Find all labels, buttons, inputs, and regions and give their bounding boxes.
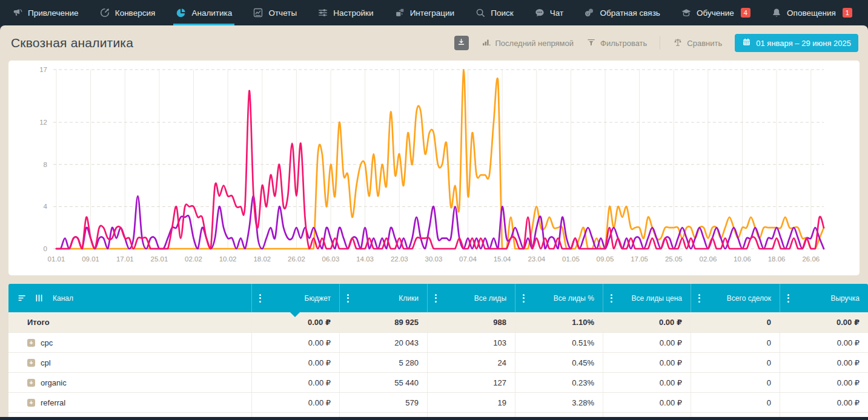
chart-panel: 01.0109.0117.0125.0102.0210.0218.0226.02… [8, 61, 860, 275]
table-row[interactable]: +cpc0.00 ₽20 0431030.51%0.00 ₽00.00 ₽ [8, 332, 868, 352]
page-header: Сквозная аналитика Последний непрямой Фи… [0, 25, 868, 61]
channel-name: Итого [27, 318, 50, 327]
svg-text:17.01: 17.01 [116, 255, 134, 263]
column-menu-icon[interactable] [697, 292, 702, 305]
cell-all_leads_cost: 0.00 ₽ [603, 353, 691, 372]
cell-revenue: 0.00 ₽ [780, 393, 868, 412]
series-purple-line [56, 196, 824, 249]
table-row-total[interactable]: Итого0.00 ₽89 9259881.10%0.00 ₽00.00 ₽ [8, 312, 868, 332]
nav-item-label: Настройки [333, 8, 373, 18]
column-menu-icon[interactable] [786, 292, 791, 305]
column-header-channel[interactable]: Канал [8, 284, 251, 312]
nav-item-label: Обратная связь [600, 8, 660, 18]
svg-text:26.02: 26.02 [288, 255, 305, 263]
attribution-model-label: Последний непрямой [495, 39, 574, 48]
nav-item-label: Чат [550, 8, 563, 18]
svg-text:23.04: 23.04 [528, 255, 545, 263]
nav-item-search[interactable]: Поиск [475, 0, 513, 25]
nav-item-integrations[interactable]: Интеграции [394, 0, 454, 25]
channel-name: organic [41, 378, 67, 387]
compare-button[interactable]: Сравнить [673, 38, 722, 49]
table-row[interactable]: +cpl0.00 ₽5 280240.45%0.00 ₽00.00 ₽ [8, 352, 868, 372]
cell-all_leads: 19 [427, 393, 515, 412]
column-header-budget[interactable]: Бюджет [251, 284, 339, 312]
settings-sliders-icon [317, 7, 328, 18]
toolbar: Последний непрямой Фильтровать Сравнить … [454, 34, 859, 52]
svg-text:01.05: 01.05 [562, 255, 580, 263]
download-icon [457, 38, 466, 48]
column-label: Выручка [830, 294, 860, 303]
channel-cell: +cpl [8, 353, 251, 372]
analytics-pie-icon [176, 7, 187, 18]
column-label: Все лиды [474, 294, 506, 303]
nav-item-education[interactable]: Обучение4 [681, 0, 750, 25]
column-header-all_leads[interactable]: Все лиды [427, 284, 515, 312]
svg-text:14.03: 14.03 [356, 255, 374, 263]
nav-item-feedback[interactable]: Обратная связь [584, 0, 660, 25]
column-menu-icon[interactable] [433, 292, 439, 305]
column-menu-icon[interactable] [345, 292, 351, 305]
nav-item-notifications[interactable]: Оповещения1 [771, 0, 852, 25]
nav-item-settings[interactable]: Настройки [317, 0, 373, 25]
column-header-deals_total[interactable]: Всего сделок [691, 284, 780, 312]
nav-item-label: Привлечение [28, 8, 79, 18]
chat-icon [534, 7, 545, 18]
reports-chart-icon [253, 7, 263, 18]
channels-table: КаналБюджетКликиВсе лидыВсе лиды %Все ли… [8, 284, 868, 420]
expand-plus-icon[interactable]: + [27, 339, 35, 347]
table-row[interactable]: +organic0.00 ₽55 4401270.23%0.00 ₽00.00 … [8, 372, 868, 392]
series-orange-line [56, 70, 824, 249]
cell-budget: 0.00 ₽ [251, 373, 339, 392]
expand-plus-icon[interactable]: + [27, 379, 35, 387]
nav-item-acquisition[interactable]: Привлечение [12, 0, 79, 25]
cell-all_leads_percent: 0.45% [515, 353, 603, 372]
nav-item-analytics[interactable]: Аналитика [176, 0, 232, 25]
analytics-line-chart[interactable]: 01.0109.0117.0125.0102.0210.0218.0226.02… [8, 61, 860, 275]
cell-revenue: 0.00 ₽ [780, 312, 868, 332]
table-filter-icon[interactable] [18, 294, 27, 303]
compare-label: Сравнить [687, 39, 722, 48]
svg-text:06.03: 06.03 [322, 255, 340, 263]
feedback-icon [584, 7, 595, 18]
table-body: Итого0.00 ₽89 9259881.10%0.00 ₽00.00 ₽+c… [8, 312, 868, 420]
cell-all_leads_percent: 0.51% [515, 333, 603, 352]
cell-all_leads_cost: 0.00 ₽ [603, 373, 691, 392]
column-header-clicks[interactable]: Клики [339, 284, 427, 312]
cell-clicks: 5 280 [339, 353, 427, 372]
column-menu-icon[interactable] [521, 292, 526, 305]
search-icon [475, 7, 486, 18]
column-label: Канал [53, 294, 73, 303]
nav-item-conversion[interactable]: Конверсия [99, 0, 155, 25]
app-window: ПривлечениеКонверсияАналитикаОтчетыНастр… [0, 0, 868, 420]
conversion-gauge-icon [99, 7, 110, 18]
column-header-revenue[interactable]: Выручка [780, 284, 868, 312]
filter-button[interactable]: Фильтровать [586, 38, 647, 49]
svg-text:22.03: 22.03 [391, 255, 408, 263]
column-header-all_leads_cost[interactable]: Все лиды цена [603, 284, 691, 312]
cell-all_leads_cost: 0.00 ₽ [603, 333, 691, 352]
cell-all_leads_percent: 1.10% [515, 312, 603, 332]
table-columns-icon[interactable] [35, 294, 44, 303]
series-pink-line [56, 91, 824, 249]
column-menu-icon[interactable] [257, 292, 263, 305]
cell-all_leads: 24 [427, 353, 515, 372]
export-button[interactable] [454, 36, 469, 50]
nav-item-chat[interactable]: Чат [534, 0, 563, 25]
table-row[interactable]: +referral0.00 ₽579193.28%0.00 ₽00.00 ₽ [8, 392, 868, 412]
column-header-all_leads_percent[interactable]: Все лиды % [515, 284, 603, 312]
svg-text:18.06: 18.06 [768, 255, 786, 263]
cell-all_leads: 127 [427, 373, 515, 392]
megaphone-icon [12, 7, 23, 18]
expand-plus-icon[interactable]: + [27, 359, 35, 367]
expand-plus-icon[interactable]: + [27, 399, 35, 407]
nav-item-label: Отчеты [268, 8, 297, 18]
nav-item-reports[interactable]: Отчеты [253, 0, 297, 25]
attribution-model-button[interactable]: Последний непрямой [482, 38, 574, 49]
cell-revenue: 0.00 ₽ [780, 333, 868, 352]
date-range-button[interactable]: 01 января – 29 июня 2025 [735, 34, 858, 52]
svg-text:17: 17 [39, 66, 47, 73]
channel-cell: +referral [8, 393, 251, 412]
column-menu-icon[interactable] [609, 292, 614, 305]
cell-deals_total: 0 [691, 353, 780, 372]
calendar-icon [742, 38, 751, 48]
